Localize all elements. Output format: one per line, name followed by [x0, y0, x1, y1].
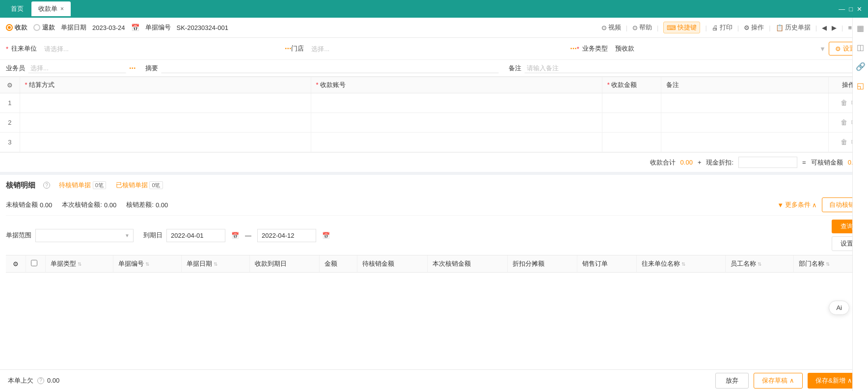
settlement-cell-3[interactable]: [20, 133, 311, 152]
settlement-cell-2[interactable]: [20, 113, 311, 133]
bottom-col-checkbox[interactable]: [26, 255, 45, 273]
col-gear-header[interactable]: ⚙: [0, 77, 20, 93]
date-value[interactable]: 2023-03-24: [92, 24, 125, 31]
account-cell-3[interactable]: [311, 133, 602, 152]
col-amount-header: * 收款金额: [602, 77, 661, 93]
tab-done-badge: 0笔: [149, 181, 163, 189]
nav-tab-receipt-label: 收款单: [38, 4, 57, 13]
tab-done[interactable]: 已核销单据 0笔: [114, 180, 165, 191]
save-new-arrow-icon[interactable]: ∧: [847, 377, 852, 384]
tab-pending[interactable]: 待核销单据 0笔: [57, 180, 108, 191]
range-filter-field: 单据范围: [6, 229, 134, 242]
sidebar-icon-1[interactable]: ▦: [855, 22, 866, 35]
sidebar-icon-4[interactable]: ◱: [855, 79, 866, 92]
draft-btn[interactable]: 保存草稿 ∧: [754, 373, 803, 389]
radio-receive[interactable]: 收款: [6, 23, 27, 32]
date-separator: —: [243, 232, 253, 239]
bottom-col-pending: 待核销金额: [357, 255, 427, 273]
nav-home[interactable]: 首页: [4, 1, 30, 16]
discount-input[interactable]: [738, 157, 797, 168]
verify-info-icon[interactable]: ?: [43, 182, 50, 189]
amount-cell-1[interactable]: [602, 93, 661, 113]
delete-icon-1[interactable]: 🗑: [841, 99, 847, 107]
help-btn[interactable]: ⊙ 帮助: [632, 23, 652, 32]
window-controls: — □ ✕: [839, 5, 864, 13]
business-type-value[interactable]: 预收款: [611, 42, 816, 56]
bottom-col-this-verify: 本次核销金额: [427, 255, 508, 273]
summary-input[interactable]: [161, 63, 499, 73]
business-type-required-mark: *: [577, 45, 579, 53]
win-max-btn[interactable]: □: [849, 5, 853, 13]
amount-cell-3[interactable]: [602, 133, 661, 152]
date-filter-field: 到期日 📅 — 📅: [143, 229, 330, 242]
note-cell-2[interactable]: [661, 113, 828, 133]
sidebar-icon-2[interactable]: ◫: [855, 41, 866, 54]
range-select[interactable]: [35, 229, 134, 242]
next-btn[interactable]: ▶: [832, 24, 837, 31]
ai-badge[interactable]: Ai: [829, 301, 849, 315]
business-type-arrow[interactable]: ▼: [819, 45, 826, 53]
sidebar-icon-3[interactable]: 🔗: [854, 60, 868, 73]
total-label: 收款合计: [650, 158, 676, 167]
draft-label: 保存草稿: [762, 376, 787, 385]
account-cell-1[interactable]: [311, 93, 602, 113]
date-from-icon[interactable]: 📅: [231, 232, 239, 239]
bottom-col-due-date: 收款到期日: [249, 255, 319, 273]
note-input[interactable]: [524, 63, 862, 73]
current-label: 本单上欠: [8, 376, 33, 385]
stat-diff: 核销差额: 0.00: [126, 200, 168, 209]
calendar-icon[interactable]: 📅: [131, 24, 139, 31]
more-conditions-btn[interactable]: ▼ 更多条件 ∧: [777, 200, 817, 209]
verify-stats-right: ▼ 更多条件 ∧ 自动核销: [777, 197, 862, 212]
table-row: 2 🗑 ⧉: [0, 113, 868, 133]
receipt-table: ⚙ * 结算方式 * 收款账号 * 收款金额 备注 操作: [0, 77, 868, 152]
radio-return[interactable]: 退款: [33, 23, 55, 32]
row-num-2: 2: [0, 113, 20, 133]
staff-input[interactable]: [28, 63, 126, 73]
history-icon: 📋: [776, 24, 784, 31]
delete-icon-2[interactable]: 🗑: [841, 118, 847, 127]
summary-field: 摘要: [145, 63, 499, 73]
counterpart-input[interactable]: [40, 43, 282, 55]
receipt-table-wrapper: ⚙ * 结算方式 * 收款账号 * 收款金额 备注 操作: [0, 77, 868, 152]
footer: 本单上欠 ? 0.00 放弃 保存草稿 ∧ 保存&新增 ∧: [0, 369, 868, 391]
stat-uncancelled: 未核销金额 0.00: [6, 200, 52, 209]
prev-btn[interactable]: ◀: [822, 24, 827, 31]
history-btn[interactable]: 📋 历史单据: [776, 23, 811, 32]
delete-icon-3[interactable]: 🗑: [841, 138, 847, 146]
date-to-input[interactable]: [257, 229, 316, 242]
stat-this-label: 本次核销金额:: [62, 200, 102, 209]
date-to-icon[interactable]: 📅: [322, 232, 330, 239]
shop-more-btn[interactable]: ···: [570, 44, 576, 53]
note-cell-1[interactable]: [661, 93, 828, 113]
settlement-cell-1[interactable]: [20, 93, 311, 113]
shop-input[interactable]: [307, 43, 567, 55]
counterpart-more-btn[interactable]: ···: [285, 44, 291, 53]
list-view-btn[interactable]: ≡: [848, 24, 852, 31]
abandon-btn[interactable]: 放弃: [715, 373, 749, 389]
note-cell-3[interactable]: [661, 133, 828, 152]
bottom-col-amount: 金额: [319, 255, 357, 273]
account-cell-2[interactable]: [311, 113, 602, 133]
print-btn[interactable]: 🖨 打印: [712, 23, 732, 32]
verify-section: 核销明细 ? 待核销单据 0笔 已核销单据 0笔 未核销金额 0.00 本次核销…: [0, 172, 868, 369]
win-close-btn[interactable]: ✕: [857, 5, 862, 13]
nav-tab-close-icon[interactable]: ×: [60, 5, 64, 12]
staff-more-btn[interactable]: ···: [129, 64, 136, 73]
nav-tab-receipt[interactable]: 收款单 ×: [31, 1, 71, 16]
bottom-col-gear[interactable]: ⚙: [6, 255, 26, 273]
shortcut-btn[interactable]: ⌨ 快捷键: [663, 22, 700, 33]
select-all-checkbox[interactable]: [31, 260, 37, 266]
table-gear-icon[interactable]: ⚙: [7, 82, 13, 89]
print-label: 打印: [720, 23, 732, 32]
date-from-input[interactable]: [166, 229, 225, 242]
amount-cell-2[interactable]: [602, 113, 661, 133]
win-min-btn[interactable]: —: [839, 5, 845, 13]
operation-btn[interactable]: ⚙ 操作: [744, 23, 764, 32]
bottom-col-date: 单据日期⇅: [182, 255, 250, 273]
video-icon: ⊙: [601, 24, 607, 31]
draft-arrow-icon[interactable]: ∧: [789, 377, 794, 384]
current-info-icon[interactable]: ?: [37, 377, 44, 384]
bottom-col-discount: 折扣分摊额: [508, 255, 577, 273]
video-btn[interactable]: ⊙ 视频: [601, 23, 621, 32]
